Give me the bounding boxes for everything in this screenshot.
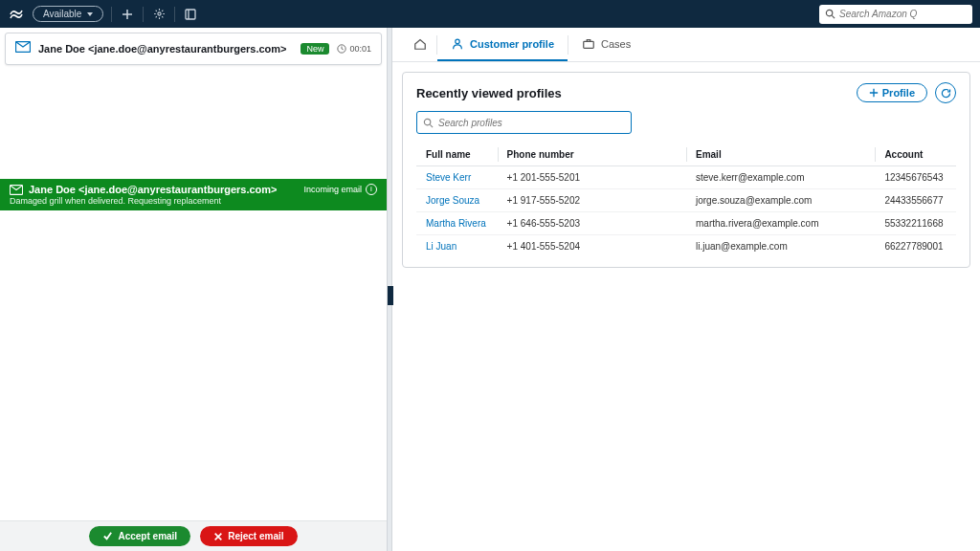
cell-email: steve.kerr@example.com bbox=[686, 166, 875, 189]
svg-point-0 bbox=[158, 12, 161, 15]
divider bbox=[143, 7, 144, 22]
profiles-table: Full name Phone number Email Account Ste… bbox=[416, 143, 956, 257]
create-profile-button[interactable]: Profile bbox=[857, 83, 927, 102]
accept-email-button[interactable]: Accept email bbox=[89, 526, 190, 546]
app-logo-icon bbox=[8, 6, 25, 23]
svg-point-10 bbox=[424, 119, 430, 124]
tab-cases[interactable]: Cases bbox=[568, 28, 644, 61]
contact-title: Jane Doe <jane.doe@anyrestaurantburgers.… bbox=[38, 43, 293, 55]
table-row: Steve Kerr+1 201-555-5201steve.kerr@exam… bbox=[416, 166, 956, 189]
search-profiles-input[interactable] bbox=[438, 118, 625, 128]
refresh-icon bbox=[940, 87, 952, 99]
cell-phone: +1 917-555-5202 bbox=[498, 189, 686, 212]
reject-email-button[interactable]: Reject email bbox=[200, 526, 297, 546]
plus-icon bbox=[869, 88, 879, 98]
search-icon bbox=[825, 9, 835, 19]
incoming-title: Jane Doe <jane.doe@anyrestaurantburgers.… bbox=[29, 184, 278, 195]
clock-icon bbox=[337, 44, 346, 54]
cell-account: 55332211668 bbox=[875, 212, 956, 235]
cell-phone: +1 401-555-5204 bbox=[498, 235, 686, 258]
svg-rect-9 bbox=[584, 41, 594, 48]
svg-point-3 bbox=[826, 10, 832, 15]
col-account: Account bbox=[875, 143, 956, 166]
envelope-icon bbox=[10, 185, 23, 195]
col-email: Email bbox=[686, 143, 875, 166]
col-phone: Phone number bbox=[498, 143, 686, 166]
col-full-name: Full name bbox=[416, 143, 498, 166]
global-search-input[interactable] bbox=[839, 9, 967, 19]
cell-account: 12345676543 bbox=[875, 166, 956, 189]
action-bar: Accept email Reject email bbox=[0, 520, 387, 551]
profile-name-link[interactable]: Jorge Souza bbox=[426, 195, 479, 206]
top-bar: Available bbox=[0, 0, 980, 28]
person-icon bbox=[451, 37, 464, 51]
chevron-down-icon bbox=[87, 12, 93, 16]
divider bbox=[174, 7, 175, 22]
agent-status-label: Available bbox=[43, 9, 81, 19]
new-badge: New bbox=[301, 43, 329, 55]
svg-point-8 bbox=[456, 39, 459, 43]
table-row: Martha Rivera+1 646-555-5203martha.river… bbox=[416, 212, 956, 235]
left-pane: Jane Doe <jane.doe@anyrestaurantburgers.… bbox=[0, 28, 387, 551]
info-icon[interactable]: i bbox=[366, 184, 377, 195]
agent-status-dropdown[interactable]: Available bbox=[33, 6, 103, 22]
recent-profiles-card: Recently viewed profiles Profile bbox=[402, 72, 970, 268]
contact-card[interactable]: Jane Doe <jane.doe@anyrestaurantburgers.… bbox=[5, 33, 382, 65]
svg-line-4 bbox=[832, 15, 835, 18]
profile-name-link[interactable]: Steve Kerr bbox=[426, 172, 471, 183]
cell-email: martha.rivera@example.com bbox=[686, 212, 875, 235]
cell-account: 66227789001 bbox=[875, 235, 956, 258]
table-row: Li Juan+1 401-555-5204li.juan@example.co… bbox=[416, 235, 956, 258]
profile-name-link[interactable]: Li Juan bbox=[426, 241, 457, 252]
tab-label: Cases bbox=[601, 38, 631, 50]
add-button[interactable] bbox=[120, 7, 135, 22]
right-pane: Customer profile Cases Recently viewed p… bbox=[392, 28, 980, 551]
tab-home[interactable] bbox=[404, 28, 436, 61]
close-icon bbox=[213, 532, 223, 541]
profile-name-link[interactable]: Martha Rivera bbox=[426, 218, 486, 229]
home-icon bbox=[413, 37, 427, 51]
svg-line-11 bbox=[430, 124, 433, 127]
global-search[interactable] bbox=[819, 5, 972, 24]
panel-toggle-button[interactable] bbox=[183, 7, 198, 22]
pane-resize-handle[interactable] bbox=[387, 28, 392, 551]
envelope-icon bbox=[15, 41, 31, 56]
cell-email: li.juan@example.com bbox=[686, 235, 875, 258]
table-header-row: Full name Phone number Email Account bbox=[416, 143, 956, 166]
divider bbox=[111, 7, 112, 22]
tab-bar: Customer profile Cases bbox=[392, 28, 980, 62]
settings-button[interactable] bbox=[151, 7, 167, 22]
incoming-label: Incoming email bbox=[303, 185, 362, 194]
tab-label: Customer profile bbox=[470, 38, 554, 50]
table-row: Jorge Souza+1 917-555-5202jorge.souza@ex… bbox=[416, 189, 956, 212]
svg-rect-1 bbox=[186, 10, 195, 19]
cell-account: 24433556677 bbox=[875, 189, 956, 212]
briefcase-icon bbox=[582, 37, 595, 51]
tab-customer-profile[interactable]: Customer profile bbox=[437, 28, 568, 61]
refresh-button[interactable] bbox=[935, 82, 956, 103]
cell-phone: +1 646-555-5203 bbox=[498, 212, 686, 235]
search-profiles[interactable] bbox=[416, 111, 632, 134]
card-title: Recently viewed profiles bbox=[416, 86, 562, 100]
contact-timer: 00:01 bbox=[337, 44, 371, 54]
incoming-subtitle: Damaged grill when delivered. Requesting… bbox=[10, 196, 377, 206]
search-icon bbox=[423, 118, 434, 128]
check-icon bbox=[102, 531, 113, 541]
cell-email: jorge.souza@example.com bbox=[686, 189, 875, 212]
cell-phone: +1 201-555-5201 bbox=[498, 166, 686, 189]
incoming-contact-bar: Jane Doe <jane.doe@anyrestaurantburgers.… bbox=[0, 179, 387, 210]
